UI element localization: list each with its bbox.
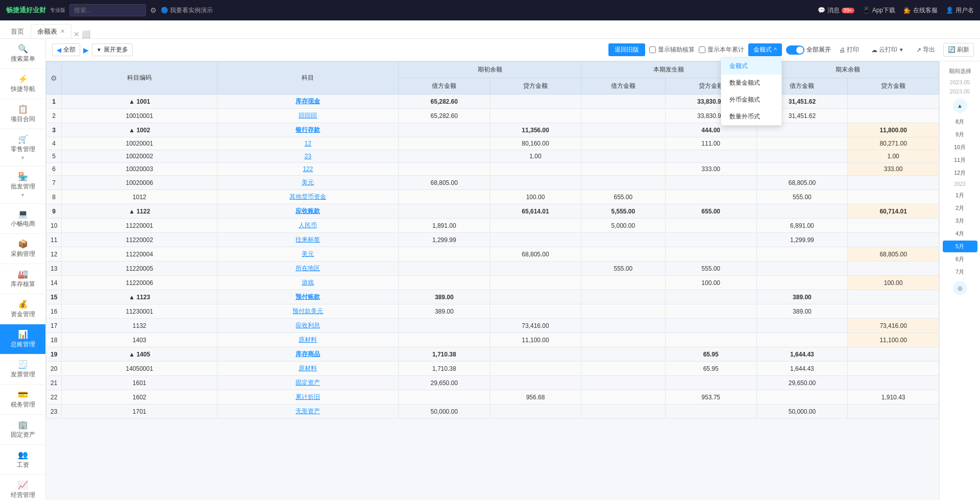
show-aux-checkbox[interactable]: 显示辅助核算 xyxy=(649,45,695,54)
cell-name[interactable]: 库存商品 xyxy=(217,347,399,362)
message-btn[interactable]: 💬 消息 99+ xyxy=(818,6,854,15)
cell-name[interactable]: 回回回 xyxy=(217,109,399,123)
period-3[interactable]: 3月 xyxy=(943,215,977,227)
demo-link[interactable]: 🔵 我要看实例演示 xyxy=(161,6,213,15)
export-btn[interactable]: ↗ 导出 xyxy=(912,43,939,56)
refresh-btn[interactable]: 🔄 刷新 xyxy=(943,43,974,57)
th-settings[interactable]: ⚙ xyxy=(46,62,62,94)
cell-period_credit xyxy=(665,319,756,333)
cell-name[interactable]: 其他货币资金 xyxy=(217,190,399,204)
cell-open_credit: 68,805.00 xyxy=(490,247,581,261)
ytd-checkbox-input[interactable] xyxy=(699,46,705,53)
cell-name[interactable]: 23 xyxy=(217,150,399,163)
top-search-input[interactable] xyxy=(69,4,146,16)
sidebar-item-payroll[interactable]: 👥 工资 xyxy=(0,445,45,475)
return-old-btn[interactable]: 退回旧版 xyxy=(608,43,645,56)
expand-all-toggle[interactable]: 全部展开 xyxy=(786,45,831,55)
toolbar: ◀ 全部 ▶ ▼ 展开更多 退回旧版 显示辅助核算 显示本年累计 xyxy=(46,39,980,61)
period-2[interactable]: 2月 xyxy=(943,202,977,214)
tab-balance-close[interactable]: ✕ xyxy=(60,28,65,35)
cell-name[interactable]: 美元 xyxy=(217,176,399,190)
all-btn[interactable]: ◀ 全部 xyxy=(52,43,80,56)
user-btn[interactable]: 👤 用户名 xyxy=(946,6,974,15)
dropdown-item-qty-foreign[interactable]: 数量外币式 xyxy=(721,108,781,125)
expand-icon-right[interactable]: ⬜ xyxy=(82,30,90,38)
print-btn[interactable]: 🖨 打印 xyxy=(835,43,863,56)
cell-open_debit xyxy=(399,150,490,163)
sidebar-item-wholesale[interactable]: 🏪 批发管理 ▼ xyxy=(0,166,45,204)
dropdown-item-amount[interactable]: 金额式 xyxy=(721,58,781,75)
sidebar-item-ledger[interactable]: 📊 总账管理 xyxy=(0,324,45,354)
period-5[interactable]: 5月 xyxy=(943,241,977,252)
sidebar-item-ecommerce[interactable]: 💻 小畅电商 xyxy=(0,204,45,234)
dropdown-item-qty-amount[interactable]: 数量金额式 xyxy=(721,75,781,91)
cloud-print-btn[interactable]: ☁ 云打印 ▼ xyxy=(867,43,908,56)
dropdown-item-foreign-amount[interactable]: 外币金额式 xyxy=(721,91,781,108)
close-icon-right[interactable]: ✕ xyxy=(74,30,80,38)
cell-code: 1602 xyxy=(62,390,217,404)
cell-name[interactable]: 往来标签 xyxy=(217,233,399,247)
period-11[interactable]: 11月 xyxy=(943,154,977,166)
cell-name[interactable]: 原材料 xyxy=(217,362,399,376)
cell-open_credit xyxy=(490,176,581,190)
toggle-control[interactable] xyxy=(786,45,804,55)
tab-balance[interactable]: 余额表 ✕ xyxy=(31,24,71,38)
sidebar-item-purchase[interactable]: 📦 采购管理 xyxy=(0,234,45,264)
sidebar-item-ops[interactable]: 📈 经营管理 xyxy=(0,475,45,500)
sidebar-item-asset[interactable]: 🏢 固定资产 xyxy=(0,415,45,445)
panel-up-icon[interactable]: ▲ xyxy=(953,99,967,113)
cell-name[interactable]: 银行存款 xyxy=(217,123,399,137)
ecommerce-icon: 💻 xyxy=(3,209,42,219)
cell-name[interactable]: 原材料 xyxy=(217,333,399,347)
cell-name[interactable]: 游戏 xyxy=(217,276,399,290)
expand-btn[interactable]: ▼ 展开更多 xyxy=(92,43,133,56)
cell-name[interactable]: 预付款美元 xyxy=(217,304,399,319)
cell-name[interactable]: 无形资产 xyxy=(217,404,399,419)
period-8[interactable]: 8月 xyxy=(943,116,977,128)
panel-down-icon[interactable]: ◎ xyxy=(953,281,967,295)
cell-name[interactable]: 应收账款 xyxy=(217,204,399,219)
cell-name[interactable]: 美元 xyxy=(217,247,399,261)
sidebar-item-quicknav[interactable]: ⚡ 快捷导航 xyxy=(0,69,45,99)
sidebar-item-capital[interactable]: 💰 资金管理 xyxy=(0,294,45,324)
settings-icon[interactable]: ⚙ xyxy=(150,6,157,14)
cell-code: ▲ 1405 xyxy=(62,347,217,362)
period-10[interactable]: 10月 xyxy=(943,141,977,153)
service-btn[interactable]: 💁 在线客服 xyxy=(903,6,938,15)
expand-down-icon: ▼ xyxy=(96,47,102,53)
sidebar-item-retail[interactable]: 🛒 零售管理 ▼ xyxy=(0,129,45,166)
period-7[interactable]: 7月 xyxy=(943,266,977,278)
tab-home[interactable]: 首页 xyxy=(4,24,31,38)
cell-name[interactable]: 预付账款 xyxy=(217,290,399,304)
cell-close_debit: 1,299.99 xyxy=(756,233,848,247)
amount-style-btn[interactable]: 金额式 ^ xyxy=(748,43,782,56)
tab-balance-label: 余额表 xyxy=(37,27,57,36)
cell-period_debit xyxy=(581,319,665,333)
cell-period_debit xyxy=(581,109,665,123)
cell-name[interactable]: 人民币 xyxy=(217,219,399,233)
cell-name[interactable]: 固定资产 xyxy=(217,376,399,390)
download-btn[interactable]: 📱 App下载 xyxy=(863,6,895,15)
cell-name[interactable]: 122 xyxy=(217,163,399,176)
cell-name[interactable]: 累计折旧 xyxy=(217,390,399,404)
period-9[interactable]: 9月 xyxy=(943,129,977,140)
project-icon: 📋 xyxy=(3,104,42,114)
period-4[interactable]: 4月 xyxy=(943,228,977,240)
cell-name[interactable]: 所在地区 xyxy=(217,261,399,276)
period-12[interactable]: 12月 xyxy=(943,167,977,179)
column-settings-icon[interactable]: ⚙ xyxy=(51,74,57,82)
period-6[interactable]: 6月 xyxy=(943,253,977,265)
aux-checkbox-input[interactable] xyxy=(649,46,656,53)
cell-name[interactable]: 库存现金 xyxy=(217,94,399,109)
show-ytd-checkbox[interactable]: 显示本年累计 xyxy=(699,45,744,54)
cell-close_credit: 1.00 xyxy=(848,150,939,163)
cell-name[interactable]: 应收利息 xyxy=(217,319,399,333)
sidebar-item-tax[interactable]: 💳 税务管理 xyxy=(0,385,45,415)
sidebar-item-inventory[interactable]: 🏭 库存核算 xyxy=(0,264,45,294)
sidebar-item-search[interactable]: 🔍 搜索菜单 xyxy=(0,39,45,69)
sidebar-item-project[interactable]: 📋 项目合同 xyxy=(0,99,45,129)
cloud-icon: ☁ xyxy=(871,46,877,54)
cell-name[interactable]: 12 xyxy=(217,137,399,150)
period-1[interactable]: 1月 xyxy=(943,189,977,201)
sidebar-item-invoice[interactable]: 🧾 发票管理 xyxy=(0,354,45,385)
